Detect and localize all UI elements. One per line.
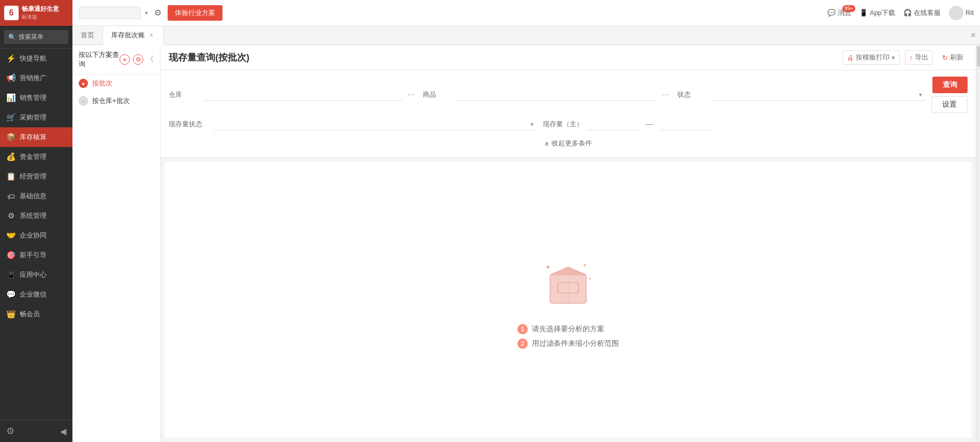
scheme-item-batch[interactable]: ● 按批次 [72,75,160,92]
inventory-qty-to-input[interactable] [660,118,711,130]
sidebar-item-system[interactable]: ⚙ 系统管理 [0,206,72,226]
sales-icon: 📊 [6,93,16,102]
inventory-qty-label: 现存量（主） [543,120,584,129]
page-header-actions: 🖨 按模板打印 ▾ ↑ 导出 ↻ 刷新 [842,50,968,65]
sidebar-item-member[interactable]: 👑 畅会员 [0,304,72,324]
settings-button[interactable]: 设置 [931,96,968,113]
collapse-more-btn[interactable]: ∧ 收起更多条件 [169,136,968,151]
scheme-item-warehouse-batch[interactable]: ○ 按仓库+批次 [72,92,160,110]
sidebar-item-inventory[interactable]: 📦 库存核算 [0,127,72,147]
collapse-arrow-icon: ∧ [544,140,550,148]
topbar-search-input[interactable] [83,9,125,17]
add-scheme-button[interactable]: + [120,54,130,65]
message-badge: 99+ [842,5,855,12]
inventory-qty-filter-field: 现存量（主） — [543,118,911,130]
product-more-icon[interactable]: ··· [660,89,671,100]
tab-home[interactable]: 首页 [72,26,103,45]
empty-state: ✦ ✦ ● 1 请先选择要分析的方案 2 用过滤条件来缩小分析范围 [165,162,972,438]
sidebar-item-operations[interactable]: 📋 经营管理 [0,167,72,186]
messages-btn[interactable]: 💬 消息 99+ [827,8,851,18]
filter-row-1: 仓库 ··· 商品 ··· 状态 ▾ [169,77,968,113]
settings-footer-icon[interactable]: ⚙ [6,425,14,437]
topbar-chevron-icon[interactable]: ▾ [145,9,148,17]
sidebar-header: 6 畅康通好生意 标准版 [0,0,72,26]
export-btn[interactable]: ↑ 导出 [905,50,933,65]
finance-icon: 💰 [6,152,16,161]
weixin-icon: 💬 [6,290,16,299]
empty-tip-1: 1 请先选择要分析的方案 [517,324,619,334]
sidebar-item-sales[interactable]: 📊 销售管理 [0,88,72,108]
app-logo: 6 [4,6,19,20]
operations-icon: 📋 [6,172,16,181]
query-button[interactable]: 查询 [932,77,968,93]
status-select-arrow-icon: ▾ [919,91,922,98]
app-download-btn[interactable]: 📱 App下载 [859,8,895,18]
sidebar-item-enterprise[interactable]: 🤝 企业协同 [0,226,72,245]
tab-close-icon[interactable]: × [148,31,155,39]
right-scrollbar[interactable] [976,45,980,442]
app-title: 畅康通好生意 [22,5,59,13]
status-select[interactable]: ▾ [711,89,925,101]
product-filter-label: 商品 [423,90,454,99]
empty-tips: 1 请先选择要分析的方案 2 用过滤条件来缩小分析范围 [517,324,619,349]
left-panel-header: 按以下方案查询 + ⚙ 《 [72,45,160,75]
left-panel-title: 按以下方案查询 [79,50,120,69]
tabs-close-all[interactable]: × [970,30,980,41]
headset-icon: 🎧 [903,9,912,17]
trial-btn[interactable]: 体验行业方案 [168,5,222,21]
search-icon: 🔍 [8,34,16,41]
main-content: ▾ ⚙ 体验行业方案 💬 消息 99+ 📱 App下载 🎧 在线客服 Rit [72,0,980,442]
left-panel-collapse-icon[interactable]: 《 [146,55,154,64]
inventory-status-select[interactable]: ▾ [213,119,537,130]
collapse-sidebar-icon[interactable]: ◀ [60,426,66,436]
svg-text:✦: ✦ [545,263,551,271]
app-subtitle: 标准版 [22,13,59,21]
close-all-icon[interactable]: × [970,30,976,41]
topbar-right-area: 💬 消息 99+ 📱 App下载 🎧 在线客服 Rit [827,6,974,20]
warehouse-more-icon[interactable]: ··· [406,89,417,100]
topbar-search-box[interactable] [79,7,141,19]
sidebar: 6 畅康通好生意 标准版 🔍 搜索菜单 ⚡ 快捷导航 📢 营销推广 📊 销售管理… [0,0,72,442]
marketing-icon: 📢 [6,73,16,83]
print-template-btn[interactable]: 🖨 按模板打印 ▾ [842,50,900,65]
refresh-btn[interactable]: ↻ 刷新 [938,51,968,64]
quicknav-icon: ⚡ [6,54,16,63]
online-service-btn[interactable]: 🎧 在线客服 [903,8,941,18]
sidebar-navigation: ⚡ 快捷导航 📢 营销推广 📊 销售管理 🛒 采购管理 📦 库存核算 💰 资金管… [0,49,72,420]
topbar: ▾ ⚙ 体验行业方案 💬 消息 99+ 📱 App下载 🎧 在线客服 Rit [72,0,980,26]
sidebar-item-marketing[interactable]: 📢 营销推广 [0,68,72,88]
sidebar-item-finance[interactable]: 💰 资金管理 [0,147,72,167]
product-filter-input[interactable] [457,89,657,101]
warehouse-filter-input[interactable] [203,89,403,101]
user-avatar [949,6,963,20]
scheme-settings-icon[interactable]: ⚙ [133,54,143,65]
sidebar-item-quicknav[interactable]: ⚡ 快捷导航 [0,49,72,68]
sidebar-item-basic-info[interactable]: 🏷 基础信息 [0,186,72,206]
empty-tip-2: 2 用过滤条件来缩小分析范围 [517,338,619,349]
search-menu-button[interactable]: 🔍 搜索菜单 [4,30,68,44]
enterprise-icon: 🤝 [6,231,16,240]
export-icon: ↑ [910,54,913,62]
sidebar-item-purchase[interactable]: 🛒 采购管理 [0,108,72,127]
svg-text:✦: ✦ [583,262,587,268]
tip-num-2: 2 [517,338,528,349]
sidebar-item-weixin[interactable]: 💬 企业微信 [0,285,72,304]
warehouse-filter-field: 仓库 ··· [169,89,417,101]
inventory-icon: 📦 [6,132,16,142]
inventory-qty-from-input[interactable] [587,118,639,130]
topbar-gear-icon[interactable]: ⚙ [152,6,164,20]
filter-area: 仓库 ··· 商品 ··· 状态 ▾ [160,70,976,158]
right-panel: 现存量查询(按批次) 🖨 按模板打印 ▾ ↑ 导出 ↻ 刷新 [160,45,976,442]
member-icon: 👑 [6,310,16,319]
user-avatar-area[interactable]: Rit [949,6,974,20]
svg-text:●: ● [589,276,591,281]
scrollbar-thumb [977,46,980,67]
sidebar-item-beginner[interactable]: 🎯 新手引导 [0,245,72,265]
tab-inventory-batch[interactable]: 库存批次账 × [103,26,164,45]
status-filter-field: 状态 ▾ [677,89,925,101]
sidebar-item-apps[interactable]: 📱 应用中心 [0,265,72,285]
basic-info-icon: 🏷 [6,191,16,201]
username-label: Rit [966,9,974,17]
content-area: 按以下方案查询 + ⚙ 《 ● 按批次 ○ 按仓库+批次 现存量查询(按批次) [72,45,980,442]
range-separator: — [645,120,654,129]
